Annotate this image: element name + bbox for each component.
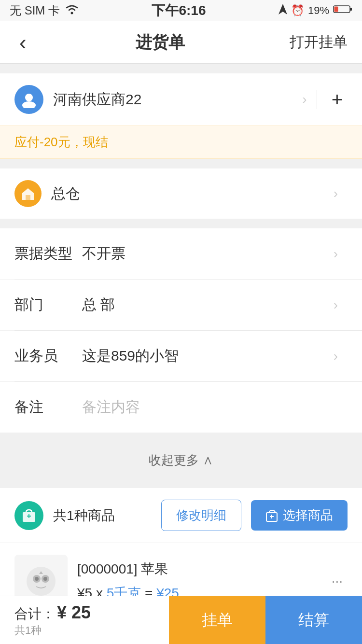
svg-point-4 <box>25 94 33 101</box>
footer-count: 共1种 <box>14 623 154 638</box>
status-bar: 无 SIM 卡 下午6:16 ⏰ 19% <box>0 0 362 21</box>
salesman-value: 这是859的小智 <box>82 346 334 366</box>
select-product-label: 选择商品 <box>283 507 333 524</box>
svg-point-0 <box>71 12 73 14</box>
divider-after-supplier <box>0 159 362 168</box>
svg-rect-3 <box>334 7 338 12</box>
footer-total-amount: ¥ 25 <box>57 602 91 623</box>
notice-banner: 应付-20元，现结 <box>0 126 362 159</box>
battery-icon <box>333 4 352 17</box>
status-left: 无 SIM 卡 <box>10 3 79 18</box>
divider-top <box>0 64 362 73</box>
page-title: 进货单 <box>136 31 185 54</box>
product-name: [0000001] 苹果 <box>77 560 317 578</box>
status-right: ⏰ 19% <box>278 4 352 17</box>
supplier-chevron-icon: › <box>302 92 306 107</box>
battery-text: 19% <box>308 4 329 17</box>
divider-after-warehouse <box>0 219 362 228</box>
checkout-button[interactable]: 结算 <box>265 596 362 644</box>
supplier-name: 河南供应商22 <box>53 90 302 110</box>
invoice-chevron-icon: › <box>334 246 338 262</box>
vertical-divider <box>317 90 317 109</box>
nav-bar: ‹ 进货单 打开挂单 <box>0 21 362 64</box>
edit-detail-button[interactable]: 修改明细 <box>161 500 241 531</box>
alarm-icon: ⏰ <box>291 4 304 17</box>
add-supplier-button[interactable]: + <box>327 89 348 111</box>
warehouse-row[interactable]: 总仓 › <box>0 168 362 219</box>
divider-before-collapse <box>0 433 362 442</box>
collapse-button[interactable]: 收起更多 ∧ <box>0 442 362 478</box>
svg-rect-6 <box>26 195 30 200</box>
salesman-chevron-icon: › <box>334 349 338 364</box>
carrier-text: 无 SIM 卡 <box>10 3 60 18</box>
warehouse-icon <box>14 180 42 207</box>
supplier-section: 河南供应商22 › + 应付-20元，现结 <box>0 73 362 159</box>
warehouse-chevron-icon: › <box>334 186 338 201</box>
department-chevron-icon: › <box>334 297 338 313</box>
collapse-label: 收起更多 ∧ <box>149 452 213 469</box>
product-code: [0000001] <box>77 561 138 576</box>
svg-rect-2 <box>350 8 352 11</box>
select-product-button[interactable]: 选择商品 <box>251 500 348 531</box>
svg-point-17 <box>43 577 47 581</box>
status-time: 下午6:16 <box>152 1 206 20</box>
footer-total-label: 合计： <box>14 605 55 623</box>
remark-row[interactable]: 备注 备注内容 <box>0 382 362 433</box>
remark-input[interactable]: 备注内容 <box>82 397 348 417</box>
product-title: 苹果 <box>141 561 168 576</box>
more-button[interactable]: ··· <box>327 569 348 594</box>
invoice-label: 票据类型 <box>14 244 82 264</box>
department-value: 总 部 <box>82 295 334 315</box>
svg-point-5 <box>22 101 36 108</box>
supplier-avatar <box>14 85 43 114</box>
products-header: 共1种商品 修改明细 选择商品 <box>0 488 362 543</box>
department-label: 部门 <box>14 295 82 315</box>
supplier-row[interactable]: 河南供应商22 › + <box>0 73 362 126</box>
wifi-icon <box>65 4 79 17</box>
invoice-value: 不开票 <box>82 244 334 264</box>
department-row[interactable]: 部门 总 部 › <box>0 280 362 330</box>
salesman-row[interactable]: 业务员 这是859的小智 › <box>0 331 362 381</box>
invoice-row[interactable]: 票据类型 不开票 › <box>0 228 362 279</box>
product-count-label: 共1种商品 <box>53 506 152 525</box>
remark-label: 备注 <box>14 397 82 417</box>
footer-total: 合计： ¥ 25 共1种 <box>0 602 169 638</box>
products-icon <box>14 501 43 530</box>
location-icon <box>278 4 287 17</box>
divider-after-collapse <box>0 478 362 488</box>
hang-button[interactable]: 挂单 <box>169 596 265 644</box>
footer-summary: 合计： ¥ 25 共1种 挂单 结算 <box>0 596 362 644</box>
warehouse-name: 总仓 <box>51 184 334 204</box>
open-hang-button[interactable]: 打开挂单 <box>290 32 348 52</box>
footer-total-row: 合计： ¥ 25 <box>14 602 154 623</box>
salesman-label: 业务员 <box>14 346 82 366</box>
back-button[interactable]: ‹ <box>14 26 31 59</box>
svg-point-16 <box>35 577 39 581</box>
